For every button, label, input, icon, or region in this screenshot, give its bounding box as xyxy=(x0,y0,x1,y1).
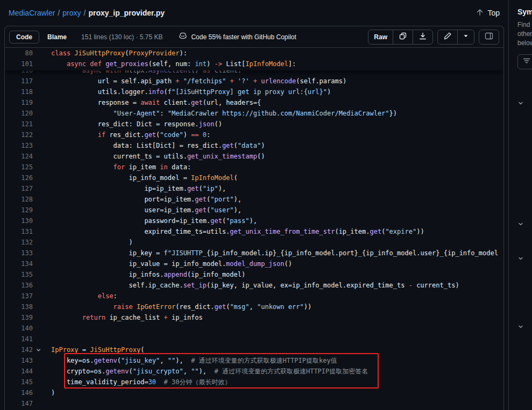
sidebar-panel-icon xyxy=(485,32,493,42)
code-line: 146) xyxy=(5,387,503,398)
line-number[interactable]: 123 xyxy=(5,140,33,151)
breadcrumb-current-file: proxy_ip_provider.py xyxy=(88,9,165,17)
line-number[interactable]: 117 xyxy=(5,76,33,87)
main-column: MediaCrawler / proxy / proxy_ip_provider… xyxy=(0,0,508,410)
code-line: 129 user=ip_item.get("user"), xyxy=(5,205,503,215)
copy-raw-button[interactable] xyxy=(393,30,413,45)
line-number[interactable]: 122 xyxy=(5,130,33,140)
line-number[interactable]: 138 xyxy=(5,301,33,312)
code-line: 128 port=ip_item.get("port"), xyxy=(5,194,503,205)
fold-toggle-icon[interactable] xyxy=(33,347,44,353)
code-text: IpProxy = JiSuHttpProxy( xyxy=(44,344,144,355)
line-number[interactable]: 140 xyxy=(5,323,33,334)
code-line: 132 ) xyxy=(5,237,503,248)
chevron-down-icon[interactable] xyxy=(516,322,525,331)
download-button[interactable] xyxy=(413,30,433,45)
code-line: 117 url = self.api_path + "/fetchips" + … xyxy=(5,76,503,87)
copy-icon xyxy=(399,32,407,42)
code-text: ip_infos.append(ip_info_model) xyxy=(44,269,245,280)
line-number[interactable]: 120 xyxy=(5,108,33,119)
line-number[interactable]: 144 xyxy=(5,366,33,377)
line-number[interactable]: 121 xyxy=(5,119,33,130)
chevron-down-icon[interactable] xyxy=(516,220,525,228)
line-number[interactable]: 129 xyxy=(5,205,33,215)
code-line: 124 current_ts = utils.get_unix_timestam… xyxy=(5,151,503,162)
edit-dropdown-button[interactable] xyxy=(457,30,474,45)
line-number[interactable]: 146 xyxy=(5,387,33,398)
edit-button-group xyxy=(437,30,474,45)
line-number[interactable]: 119 xyxy=(5,97,33,108)
code-line: 118 utils.logger.info(f"[JiSuHttpProxy] … xyxy=(5,87,503,97)
line-number[interactable]: 141 xyxy=(5,334,33,344)
filter-icon xyxy=(522,56,531,67)
chevron-down-icon[interactable] xyxy=(516,254,525,263)
code-text: ip=ip_item.get("ip"), xyxy=(44,183,226,194)
code-text: else: xyxy=(44,291,117,301)
breadcrumb-separator: / xyxy=(83,9,86,17)
code-text: async def get_proxies(self, num: int) ->… xyxy=(44,59,296,69)
copilot-promo[interactable]: Code 55% faster with GitHub Copilot xyxy=(179,32,296,42)
line-number[interactable]: 101 xyxy=(5,59,33,69)
line-number[interactable]: 136 xyxy=(5,280,33,291)
code-text: res_dict: Dict = response.json() xyxy=(44,119,222,130)
line-number[interactable]: 133 xyxy=(5,248,33,258)
line-number[interactable]: 147 xyxy=(5,398,33,409)
symbols-panel-toggle[interactable] xyxy=(479,30,499,45)
line-number[interactable]: 131 xyxy=(5,226,33,237)
code-text: expired_time_ts=utils.get_unix_time_from… xyxy=(44,226,424,237)
code-text: url = self.api_path + "/fetchips" + '?' … xyxy=(44,76,346,87)
code-text: if res_dict.get("code") == 0: xyxy=(44,130,210,140)
symbols-panel: Symbols Find definitions and references … xyxy=(508,0,532,410)
line-number[interactable]: 127 xyxy=(5,183,33,194)
tab-code[interactable]: Code xyxy=(9,31,39,44)
github-file-view: MediaCrawler / proxy / proxy_ip_provider… xyxy=(0,0,532,410)
tab-blame[interactable]: Blame xyxy=(40,31,74,44)
line-number[interactable]: 135 xyxy=(5,269,33,280)
code-text: ) xyxy=(44,387,55,398)
code-text: "User-Agent": "MediaCrawler https://gith… xyxy=(44,108,397,119)
filter-symbols-input[interactable] xyxy=(517,54,532,69)
line-number[interactable]: 134 xyxy=(5,258,33,269)
edit-button[interactable] xyxy=(437,30,458,45)
line-number[interactable]: 128 xyxy=(5,194,33,205)
code-text: ip_value = ip_info_model.model_dump_json… xyxy=(44,258,292,269)
line-number[interactable]: 130 xyxy=(5,215,33,226)
breadcrumb-separator: / xyxy=(58,9,60,17)
back-to-top-button[interactable]: Top xyxy=(476,8,500,18)
symbols-panel-description: Find definitions and references for func… xyxy=(517,20,532,48)
code-line: 122 if res_dict.get("code") == 0: xyxy=(5,130,503,140)
code-text: data: List[Dict] = res_dict.get("data") xyxy=(44,140,265,151)
line-number[interactable]: 139 xyxy=(5,312,33,323)
triangle-down-icon xyxy=(462,32,470,42)
code-lines: 116 async with httpx.AsyncClient() as cl… xyxy=(5,48,503,409)
line-number[interactable]: 132 xyxy=(5,237,33,248)
line-number[interactable]: 137 xyxy=(5,291,33,301)
line-number[interactable]: 118 xyxy=(5,87,33,97)
code-text: ip_info_model = IpInfoModel( xyxy=(44,172,238,183)
code-text: class JiSuHttpProxy(ProxyProvider): xyxy=(44,48,187,59)
code-blame-switcher: Code Blame xyxy=(9,31,74,44)
line-number[interactable]: 145 xyxy=(5,377,33,387)
line-number[interactable]: 126 xyxy=(5,172,33,183)
chevron-down-icon[interactable] xyxy=(516,99,525,107)
code-line: 123 data: List[Dict] = res_dict.get("dat… xyxy=(5,140,503,151)
code-line: 119 response = await client.get(url, hea… xyxy=(5,97,503,108)
line-number[interactable]: 80 xyxy=(5,48,33,59)
code-line: 136 self.ip_cache.set_ip(ip_key, ip_valu… xyxy=(5,280,503,291)
breadcrumb-folder-link[interactable]: proxy xyxy=(62,9,81,17)
code-line: 131 expired_time_ts=utils.get_unix_time_… xyxy=(5,226,503,237)
code-text: ) xyxy=(44,237,133,248)
line-number[interactable]: 142 xyxy=(5,344,33,355)
line-number[interactable]: 125 xyxy=(5,162,33,172)
code-line: 147 xyxy=(5,398,503,409)
code-text: current_ts = utils.get_unix_timestamp() xyxy=(44,151,265,162)
line-number[interactable]: 124 xyxy=(5,151,33,162)
code-line: 80class JiSuHttpProxy(ProxyProvider): xyxy=(5,48,503,59)
code-viewer[interactable]: 116 async with httpx.AsyncClient() as cl… xyxy=(5,48,503,410)
breadcrumb-repo-link[interactable]: MediaCrawler xyxy=(9,9,55,17)
raw-button[interactable]: Raw xyxy=(368,30,393,45)
code-text: response = await client.get(url, headers… xyxy=(44,97,261,108)
line-number[interactable]: 143 xyxy=(5,355,33,366)
symbols-panel-content: Symbols Find definitions and references … xyxy=(509,0,532,77)
copilot-promo-text: Code 55% faster with GitHub Copilot xyxy=(191,33,296,41)
